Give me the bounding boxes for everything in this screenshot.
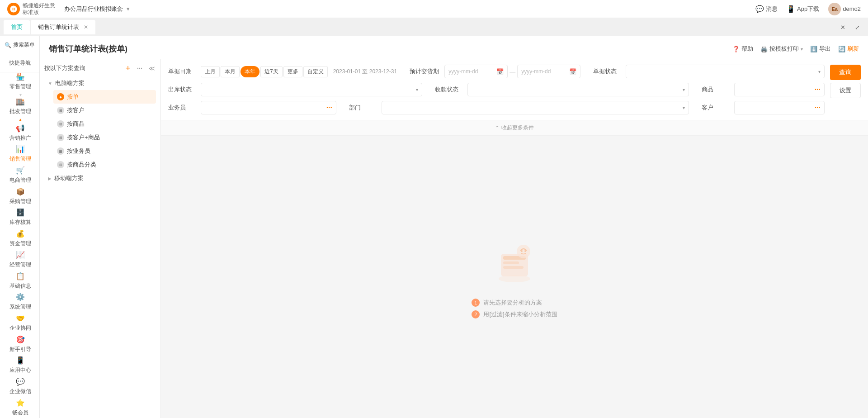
export-btn[interactable]: ⬇️ 导出 [810,45,831,53]
scheme-by-customer[interactable]: ⊞ 按客户 [53,104,156,117]
collapse-label: 收起更多条件 [501,124,534,132]
user-info[interactable]: Ea demo2 [828,3,861,15]
sidebar-item-wholesale[interactable]: 🏬 批发管理 ▲ [0,97,39,122]
sidebar-item-finance[interactable]: 💰 资金管理 [0,228,39,249]
inventory-icon: 🗄️ [16,208,25,217]
top-title-arrow[interactable]: ▾ [127,5,130,12]
finance-icon: 💰 [16,229,25,238]
product-input[interactable]: ··· [734,83,825,96]
scheme-by-salesperson[interactable]: ▦ 按业务员 [53,144,156,158]
sidebar-quick-nav[interactable]: 快捷导航 [0,54,39,72]
appstore-icon: 📱 [16,356,25,365]
page-actions: ❓ 帮助 🖨️ 按模板打印 ▾ ⬇️ 导出 🔄 刷新 [732,45,859,53]
setting-button[interactable]: 设置 [830,83,861,98]
calendar-start-icon: 📅 [496,68,504,75]
svg-rect-6 [503,261,519,264]
custom-date-btn[interactable]: 自定义 [303,66,328,77]
by-order-icon: ● [57,93,64,100]
top-title: 办公用品行业模拟账套 [64,5,123,13]
tab-home[interactable]: 首页 [4,20,30,34]
top-bar: 畅捷通好生意 标准版 办公用品行业模拟账套 ▾ 💬 消息 📱 App下载 Ea … [0,0,868,18]
sidebar-item-wxwork[interactable]: 💬 企业微信 [0,376,39,397]
help-icon: ❓ [732,46,740,52]
collapse-panel-btn[interactable]: ≪ [147,64,156,73]
hint-1-text: 请先选择要分析的方案 [483,299,542,307]
payment-status-arrow: ▾ [683,87,685,92]
sidebar-item-system[interactable]: ⚙️ 系统管理 [0,291,39,313]
scheme-by-order[interactable]: ● 按单 [53,90,156,104]
scheme-by-category[interactable]: ⊞ 按商品分类 [53,158,156,171]
tab-close-window[interactable]: ✕ [837,22,848,33]
sidebar-item-appstore[interactable]: 📱 应用中心 [0,355,39,376]
payment-status-label: 收款状态 [435,86,462,94]
refresh-btn[interactable]: 🔄 刷新 [838,45,859,53]
sidebar-item-ecommerce[interactable]: 🛒 电商管理 [0,165,39,186]
sidebar-item-sales[interactable]: 📊 销售管理 [0,143,39,165]
sidebar-item-marketing[interactable]: 📢 营销推广 [0,122,39,143]
salesperson-dots[interactable]: ··· [326,104,332,112]
collapse-bar[interactable]: ⌃ 收起更多条件 [161,120,868,136]
pc-scheme-label: 电脑端方案 [55,79,85,87]
department-label: 部门 [349,104,376,112]
user-avatar: Ea [828,3,841,15]
expected-date-start-input[interactable]: yyyy-mm-dd 📅 [444,65,508,78]
empty-hints: 1 请先选择要分析的方案 2 用[过滤]条件来缩小分析范围 [472,299,557,318]
this-month-btn[interactable]: 本月 [221,66,240,77]
last7days-btn[interactable]: 近7天 [260,66,283,77]
this-year-btn[interactable]: 本年 [241,66,259,77]
tab-sales-stat[interactable]: 销售订单统计表 ✕ [31,20,95,34]
message-label: 消息 [766,5,778,13]
query-button[interactable]: 查询 [830,65,861,80]
ship-status-select[interactable]: ▾ [201,83,422,96]
svg-point-1 [139,68,140,69]
sidebar-item-vip[interactable]: ⭐ 畅会员 [0,397,39,418]
sidebar-item-retail[interactable]: 🏪 零售管理 ▾ [0,72,39,97]
app-download-action[interactable]: 📱 App下载 [787,5,819,13]
ship-status-label: 出库状态 [168,86,195,94]
hint-2-text: 用[过滤]条件来缩小分析范围 [483,310,557,318]
add-scheme-btn[interactable]: + [123,64,132,73]
empty-illustration [487,236,542,291]
sidebar-item-basic[interactable]: 📋 基础信息 [0,270,39,291]
system-icon: ⚙️ [16,293,25,301]
top-bar-left: 畅捷通好生意 标准版 办公用品行业模拟账套 ▾ [7,2,130,15]
vip-icon: ⭐ [16,399,25,407]
customer-dots[interactable]: ··· [815,104,821,112]
date-shortcuts: 上月 本月 本年 近7天 更多 自定义 [201,66,328,77]
wxwork-icon: 💬 [16,377,25,386]
more-date-btn[interactable]: 更多 [283,66,302,77]
sidebar-item-inventory[interactable]: 🗄️ 库存核算 [0,207,39,228]
svg-point-8 [517,245,530,258]
scheme-section-mobile-header[interactable]: ▶ 移动端方案 [44,171,156,185]
help-label: 帮助 [741,45,753,53]
scheme-section-pc-header[interactable]: ▼ 电脑端方案 [44,76,156,90]
hint-1-num: 1 [472,299,480,307]
filter-row-2: 出库状态 ▾ 收款状态 ▾ [168,83,825,96]
content-body: 按以下方案查询 + ≪ ▼ 电脑端方案 [40,59,868,418]
sidebar-item-purchase[interactable]: 📦 采购管理 [0,185,39,207]
help-btn[interactable]: ❓ 帮助 [732,45,753,53]
tab-close-icon[interactable]: ✕ [84,24,88,30]
edit-scheme-btn[interactable] [135,64,144,73]
bill-status-select[interactable]: ▾ [626,65,825,78]
expected-date-end-input[interactable]: yyyy-mm-dd 📅 [517,65,580,78]
scheme-by-cust-prod[interactable]: ⊞ 按客户+商品 [53,131,156,144]
department-select[interactable]: ▾ [382,101,689,114]
sidebar-item-operations[interactable]: 📈 经营管理 [0,249,39,271]
query-btn-group: 查询 设置 [830,65,861,98]
print-btn[interactable]: 🖨️ 按模板打印 ▾ [760,45,803,53]
sidebar-item-newbie[interactable]: 🎯 新手引导 [0,333,39,355]
payment-status-select[interactable]: ▾ [467,83,689,96]
tab-bar-actions: ✕ ⤢ [837,22,863,33]
last-month-btn[interactable]: 上月 [201,66,220,77]
search-label: 搜索菜单 [13,41,35,49]
sidebar-search[interactable]: 🔍 搜索菜单 [0,36,39,54]
tab-maximize[interactable]: ⤢ [852,22,863,33]
message-action[interactable]: 💬 消息 [755,5,778,13]
ecommerce-icon: 🛒 [16,166,25,175]
product-dots[interactable]: ··· [815,86,821,94]
scheme-by-product[interactable]: ⊞ 按商品 [53,117,156,131]
sidebar-item-enterprise[interactable]: 🤝 企业协同 [0,313,39,334]
salesperson-input[interactable]: ··· [201,101,336,114]
customer-input[interactable]: ··· [734,101,825,114]
